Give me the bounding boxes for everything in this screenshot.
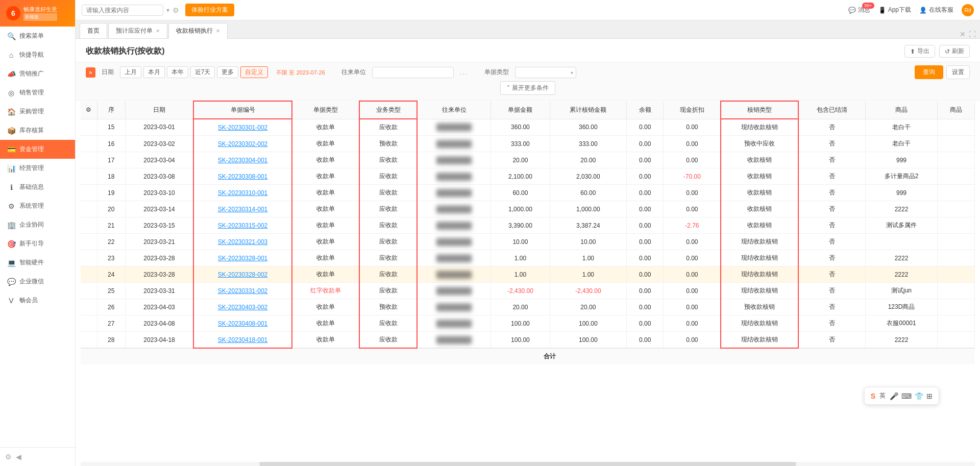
- expand-filter-button[interactable]: ˅ 展开更多条件: [500, 81, 555, 95]
- doc-no-link[interactable]: SK-20230403-002: [218, 304, 267, 311]
- cell-product: 老白干: [865, 119, 937, 136]
- tab-prepay-close[interactable]: ✕: [156, 28, 160, 34]
- table-scrollbar[interactable]: [81, 462, 975, 466]
- date-7days-btn[interactable]: 近7天: [190, 66, 215, 78]
- sidebar-item-sales[interactable]: ◎ 销售管理: [0, 83, 75, 102]
- tab-collection[interactable]: 收款核销执行 ✕: [168, 23, 228, 39]
- doc-no-link[interactable]: SK-20230328-001: [218, 255, 267, 262]
- cell-balance: 0.00: [626, 299, 664, 315]
- date-this-month-btn[interactable]: 本月: [143, 66, 165, 78]
- sidebar-item-shortcut[interactable]: ⌂ 快捷导航: [0, 45, 75, 64]
- th-balance: 余额: [626, 101, 664, 119]
- sidebar-item-search[interactable]: 🔍 搜索菜单: [0, 27, 75, 45]
- query-button[interactable]: 查询: [915, 65, 943, 79]
- settings-icon[interactable]: ⚙: [5, 453, 12, 461]
- sidebar-item-newbie[interactable]: 🎯 新手引导: [0, 234, 75, 253]
- tab-expand-icon[interactable]: ⛶: [969, 30, 976, 38]
- doc-no-link[interactable]: SK-20230314-001: [218, 206, 267, 213]
- cell-partner: ████████: [417, 152, 491, 168]
- cell-written-off: 20.00: [550, 299, 626, 315]
- refresh-button[interactable]: ↺ 刷新: [939, 45, 970, 58]
- cell-amount: 3,390.00: [491, 217, 550, 234]
- sidebar-item-corp[interactable]: 🏢 企业协同: [0, 215, 75, 234]
- sidebar-item-purchase[interactable]: 🏠 采购管理: [0, 102, 75, 121]
- cell-seq: 25: [97, 283, 125, 299]
- cell-cancel-type: 收款核销: [721, 168, 798, 185]
- doc-no-link[interactable]: SK-20230418-001: [218, 336, 267, 344]
- cell-written-off: 100.00: [550, 332, 626, 349]
- ime-mic-icon[interactable]: 🎤: [890, 392, 898, 400]
- doc-no-link[interactable]: SK-20230315-002: [218, 222, 267, 229]
- sidebar-label-sales: 销售管理: [19, 88, 44, 97]
- topbar-search-input[interactable]: [82, 5, 163, 16]
- date-custom-btn[interactable]: 自定义: [240, 66, 268, 78]
- sidebar-item-basic[interactable]: ℹ 基础信息: [0, 178, 75, 197]
- cell-biz-type: 应收款: [359, 217, 417, 234]
- cell-written-off: 1.00: [550, 266, 626, 283]
- receipt-type-select[interactable]: [515, 67, 576, 78]
- settings-button[interactable]: 设置: [946, 65, 970, 79]
- doc-no-link[interactable]: SK-20230321-003: [218, 238, 267, 246]
- cell-partner: ████████: [417, 332, 491, 349]
- cell-product2: [938, 250, 975, 266]
- app-download-button[interactable]: 📱 App下载: [878, 6, 911, 14]
- th-doc-type: 单据类型: [292, 101, 359, 119]
- doc-no-link[interactable]: SK-20230302-002: [218, 140, 267, 148]
- sidebar-item-finance[interactable]: 💳 资金管理: [0, 140, 75, 159]
- cell-amount: 1.00: [491, 266, 550, 283]
- th-gear[interactable]: ⚙: [81, 101, 97, 119]
- cell-doc-type: 收款单: [292, 136, 359, 152]
- doc-no-link[interactable]: SK-20230310-001: [218, 189, 267, 197]
- doc-no-link[interactable]: SK-20230304-001: [218, 157, 267, 164]
- doc-no-link[interactable]: SK-20230328-002: [218, 271, 267, 278]
- sidebar-item-inventory[interactable]: 📦 库存核算: [0, 121, 75, 140]
- cell-seq: 21: [97, 217, 125, 234]
- tab-prepay[interactable]: 预计应应付单 ✕: [108, 23, 167, 38]
- collapse-icon[interactable]: ◀: [16, 453, 21, 461]
- cell-doc-type: 收款单: [292, 234, 359, 250]
- sidebar-icon-shortcut: ⌂: [7, 51, 15, 59]
- sidebar-label-search: 搜索菜单: [19, 32, 44, 40]
- sidebar-label-marketing: 营销推广: [19, 69, 44, 78]
- sidebar-item-hardware[interactable]: 💻 智能硬件: [0, 253, 75, 272]
- ime-keyboard-icon[interactable]: ⌨: [901, 392, 912, 400]
- th-doc-no: 单据编号: [193, 101, 292, 119]
- tab-collection-close[interactable]: ✕: [216, 28, 220, 34]
- sidebar-item-marketing[interactable]: 📣 营销推广: [0, 64, 75, 83]
- filter-toggle-button[interactable]: »: [86, 67, 95, 78]
- partner-input[interactable]: [372, 67, 454, 78]
- notification-button[interactable]: 💬 消息 99+: [848, 6, 870, 14]
- tab-home[interactable]: 首页: [80, 23, 107, 38]
- sidebar-icon-purchase: 🏠: [7, 108, 15, 116]
- cell-written-off: 60.00: [550, 185, 626, 201]
- sidebar-item-wechat[interactable]: 💬 企业微信: [0, 272, 75, 291]
- ime-grid-icon[interactable]: ⊞: [926, 392, 933, 400]
- doc-no-link[interactable]: SK-20230308-001: [218, 173, 267, 180]
- user-avatar[interactable]: Rit: [962, 4, 974, 16]
- topbar-chevron-icon[interactable]: ▾: [166, 7, 169, 14]
- cell-date: 2023-03-28: [125, 266, 193, 283]
- cell-gear: [81, 152, 97, 168]
- doc-no-link[interactable]: SK-20230408-001: [218, 320, 267, 327]
- online-service-button[interactable]: 👤 在线客服: [919, 6, 953, 14]
- doc-no-link[interactable]: SK-20230331-002: [218, 287, 267, 295]
- cell-written-off: 10.00: [550, 234, 626, 250]
- sidebar-item-operation[interactable]: 📊 经营管理: [0, 159, 75, 178]
- date-more-btn[interactable]: 更多: [217, 66, 238, 78]
- sidebar-item-system[interactable]: ⚙ 系统管理: [0, 197, 75, 215]
- date-this-year-btn[interactable]: 本年: [167, 66, 188, 78]
- export-button[interactable]: ⬆ 导出: [904, 45, 935, 58]
- cell-biz-type: 应收款: [359, 185, 417, 201]
- ime-shirt-icon[interactable]: 👕: [915, 392, 923, 400]
- cell-doc-type: 收款单: [292, 119, 359, 136]
- tab-close-all-icon[interactable]: ✕: [960, 30, 966, 38]
- topbar-gear-icon[interactable]: ⚙: [173, 6, 179, 14]
- cell-partner: ████████: [417, 315, 491, 332]
- main-table: ⚙ 序 日期 单据编号 单据类型 业务类型 往来单位 单据金额 累计核销金额 余…: [81, 101, 975, 364]
- solution-button[interactable]: 体验行业方案: [185, 4, 234, 16]
- cell-include-settled: 否: [798, 168, 866, 185]
- doc-no-link[interactable]: SK-20230301-002: [218, 124, 267, 131]
- notification-badge: 99+: [862, 3, 874, 9]
- date-last-month-btn[interactable]: 上月: [120, 66, 141, 78]
- sidebar-item-member[interactable]: V 畅会员: [0, 291, 75, 310]
